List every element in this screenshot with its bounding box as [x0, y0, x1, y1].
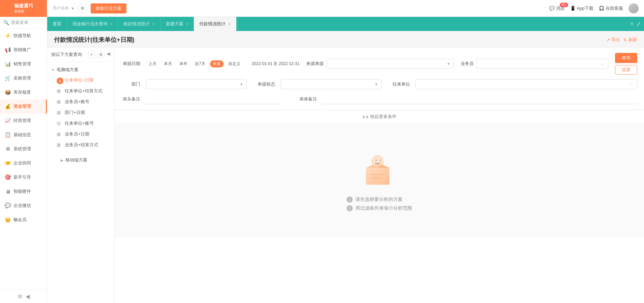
footer-settings-icon[interactable]: ⚙ [18, 293, 22, 300]
messages-badge: 99+ [560, 3, 568, 7]
date-tab-7days[interactable]: 近7天 [192, 60, 208, 68]
sidebar-item-inventory[interactable]: 📦 库存核算 [0, 85, 47, 99]
scheme-settings-btn[interactable]: ⚙ [97, 51, 105, 58]
search-label: 搜索菜单 [11, 20, 28, 26]
sidebar-item-hardware[interactable]: 🖥 智能硬件 [0, 184, 47, 199]
date-tab-custom[interactable]: 自定义 [226, 60, 243, 68]
cooperation-icon: 🤝 [5, 160, 11, 166]
scheme-table-icon-2: ▦ [57, 99, 62, 104]
scheme-item-dept-date[interactable]: ▦ 部门+日期 [47, 107, 114, 118]
add-scheme-btn[interactable]: + [88, 51, 95, 58]
sidebar-item-basic-info[interactable]: 📋 基础信息 [0, 128, 47, 142]
query-btn[interactable]: 查询 [615, 53, 637, 63]
messages-btn[interactable]: 💬 消息 99+ [549, 5, 565, 11]
sidebar-item-label: 新手引导 [13, 174, 31, 180]
date-tab-more[interactable]: 更多 [210, 60, 224, 67]
doc-status-label: 单据状态 [258, 81, 275, 87]
source-label: 来源单据 [306, 61, 324, 67]
header-note-input[interactable] [146, 94, 281, 104]
mobile-group-arrow: ▶ [61, 158, 63, 162]
pc-scheme-group-header[interactable]: ▼ 电脑端方案 [47, 65, 114, 75]
sidebar-item-label: 畅会员 [13, 217, 27, 223]
doc-status-select[interactable]: ▼ [281, 79, 382, 89]
source-doc-filter: 来源单据 ▼ [306, 59, 454, 69]
sidebar-item-wechat[interactable]: 💬 企业微信 [0, 199, 47, 213]
app-download-label: App下载 [577, 5, 593, 11]
sidebar-item-member[interactable]: 👑 畅会员 [0, 213, 47, 227]
sidebar-item-marketing[interactable]: 📢 营销推广 [0, 43, 47, 57]
tab-new-scheme-close[interactable]: × [186, 22, 188, 26]
body-note-input[interactable] [322, 94, 637, 104]
tab-home[interactable]: 首页 [47, 17, 67, 31]
sidebar-item-quick-nav[interactable]: ⚡ 快捷导航 [0, 29, 47, 43]
source-select[interactable]: ▼ [326, 59, 454, 69]
date-tab-this-year[interactable]: 本年 [177, 60, 190, 68]
scheme-item-salesperson-date[interactable]: ▦ 业务员+日期 [47, 129, 114, 140]
tab-bank-label: 现金银行流水查询 [72, 21, 108, 27]
page-actions: ↗ 导出 ↻ 刷新 [606, 37, 637, 43]
salesperson-select[interactable]: ··· [476, 59, 608, 69]
sidebar-item-guide[interactable]: 🎯 新手引导 [0, 170, 47, 184]
scheme-item-counterpart-date[interactable]: ● 往来单位+日期 [47, 75, 114, 86]
sidebar-item-operations[interactable]: 📈 经营管理 [0, 114, 47, 128]
scheme-item-salesperson-settlement[interactable]: ▦ 业务员+结算方式 [47, 140, 114, 150]
sidebar-item-cooperation[interactable]: 🤝 企业协同 [0, 156, 47, 170]
scheme-item-label: 往来单位+账号 [65, 120, 94, 126]
maximize-btn[interactable]: ⤢ [636, 21, 641, 27]
mobile-scheme-header[interactable]: ▶ 移动端方案 [57, 155, 110, 165]
tab-bank-close[interactable]: × [110, 22, 112, 26]
user-avatar[interactable] [628, 3, 639, 13]
close-all-tabs-btn[interactable]: × [631, 21, 634, 27]
scheme-table-icon-5: ▦ [57, 142, 62, 148]
filter-settings-btn[interactable]: 设置 [615, 65, 637, 74]
operations-icon: 📈 [5, 118, 11, 124]
salesperson-filter: 业务员 ··· [461, 59, 608, 69]
tab-receipts[interactable]: 收款情况统计 × [118, 17, 160, 31]
sidebar-item-sales[interactable]: 📊 销售管理 [0, 57, 47, 71]
sidebar-item-purchase[interactable]: 🛒 采购管理 [0, 71, 47, 85]
filter-section-main: 单据日期 上月 本月 本年 近7天 更多 自定义 2022-01-01 至 20… [115, 48, 644, 110]
footer-collapse-icon[interactable]: ◀ [26, 293, 30, 300]
filter-row-1: 单据日期 上月 本月 本年 近7天 更多 自定义 2022-01-01 至 20… [121, 53, 637, 74]
scheme-item-counterpart-account[interactable]: ▤ 往来单位+账号 [47, 118, 114, 129]
salesperson-row: 业务员 ··· [461, 59, 608, 69]
counterpart-select[interactable]: ··· [415, 79, 637, 89]
scheme-item-salesperson-account[interactable]: ▦ 业务员+账号 [47, 96, 114, 107]
tab-payments-close[interactable]: × [228, 22, 230, 26]
tab-new-scheme[interactable]: 新建方案 × [160, 17, 194, 31]
search-icon: 🔍 [3, 20, 9, 25]
date-tab-last-month[interactable]: 上月 [146, 60, 159, 68]
export-btn[interactable]: ↗ 导出 [606, 37, 620, 43]
active-scheme-icon: ● [57, 78, 62, 83]
guide-icon: 🎯 [5, 174, 11, 180]
empty-svg [359, 149, 400, 190]
dept-select[interactable]: ▼ [146, 79, 247, 89]
collapse-more-btn[interactable]: ∧∧ 收起更多条件 [115, 110, 644, 123]
refresh-btn[interactable]: ↻ 刷新 [623, 37, 637, 43]
tab-payments-label: 付款情况统计 [199, 21, 226, 27]
tab-receipts-close[interactable]: × [152, 22, 154, 26]
topbar-dropdown-icon[interactable]: ▼ [71, 6, 75, 10]
doc-status-arrow-icon: ▼ [375, 83, 378, 86]
logo-sub: 标准版 [14, 9, 33, 14]
sidebar-item-system[interactable]: ⚙ 系统管理 [0, 142, 47, 156]
topbar-settings-btn[interactable]: ⚙ [78, 4, 87, 13]
tab-payments[interactable]: 付款情况统计 × [194, 17, 236, 31]
empty-steps: 1 请先选择要分析的方案 2 用过滤条件来缩小分析范围 [347, 196, 412, 211]
sidebar-item-label: 采购管理 [13, 75, 31, 81]
scheme-collapse-btn[interactable]: ◀ [107, 51, 110, 58]
sidebar-search[interactable]: 🔍 搜索菜单 [0, 17, 47, 29]
date-label: 单据日期 [121, 61, 140, 67]
sales-icon: 📊 [5, 61, 11, 67]
sidebar-item-label: 企业协同 [13, 160, 31, 166]
trial-btn[interactable]: 体验行业方案 [91, 3, 126, 13]
source-doc-row: 来源单据 ▼ [306, 59, 454, 69]
online-service-btn[interactable]: 🎧 在线客服 [599, 5, 623, 11]
app-download-btn[interactable]: 📱 App下载 [570, 5, 593, 11]
sidebar-item-finance[interactable]: 💰 资金管理 [0, 99, 47, 114]
date-tab-this-month[interactable]: 本月 [161, 60, 175, 68]
right-panel: 单据日期 上月 本月 本年 近7天 更多 自定义 2022-01-01 至 20… [115, 48, 644, 303]
empty-step-2: 2 用过滤条件来缩小分析范围 [347, 205, 412, 211]
scheme-item-counterpart-settlement[interactable]: ▦ 往来单位+结算方式 [47, 86, 114, 96]
tab-bank[interactable]: 现金银行流水查询 × [67, 17, 118, 31]
